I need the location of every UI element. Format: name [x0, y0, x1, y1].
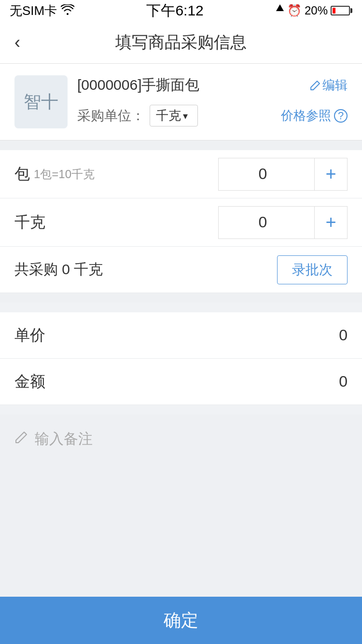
separator-1 — [0, 140, 362, 150]
bao-label: 包 — [14, 164, 30, 185]
total-label: 共采购 0 千克 — [14, 260, 103, 280]
product-unit-row: 采购单位： 千克 ▾ 价格参照 ? — [77, 105, 348, 126]
pencil-icon — [14, 431, 28, 448]
confirm-button[interactable]: 确定 — [0, 597, 362, 644]
separator-2 — [0, 293, 362, 303]
product-image: 智十 — [14, 75, 68, 128]
product-name: [0000006]手撕面包 — [77, 75, 199, 95]
status-left: 无SIM卡 — [10, 2, 74, 19]
nav-bar: ‹ 填写商品采购信息 — [0, 21, 362, 64]
kg-label: 千克 — [14, 212, 45, 233]
wifi-icon — [61, 3, 74, 18]
status-time: 下午6:12 — [146, 1, 203, 21]
product-info: [0000006]手撕面包 编辑 采购单位： 千克 ▾ 价格参照 ? — [77, 75, 348, 126]
unit-select[interactable]: 千克 ▾ — [150, 105, 198, 126]
status-bar: 无SIM卡 下午6:12 ⏰ 20% — [0, 0, 362, 21]
confirm-label: 确定 — [164, 609, 198, 632]
back-button[interactable]: ‹ — [10, 28, 25, 57]
input-section: 包 1包=10千克 + 千克 + — [0, 150, 362, 247]
bao-input-box: + — [218, 158, 348, 191]
unit-price-label: 单价 — [14, 325, 45, 346]
batch-button[interactable]: 录批次 — [277, 255, 348, 284]
chevron-down-icon: ▾ — [183, 110, 188, 122]
alarm-icon: ⏰ — [287, 4, 302, 17]
page-title: 填写商品采购信息 — [115, 31, 247, 54]
remark-section[interactable]: 输入备注 — [0, 415, 362, 463]
edit-button[interactable]: 编辑 — [310, 77, 348, 94]
bao-input[interactable] — [218, 158, 315, 191]
remark-placeholder: 输入备注 — [35, 429, 93, 449]
detail-section: 单价 0 金额 0 — [0, 312, 362, 405]
amount-label: 金额 — [14, 371, 45, 392]
kg-input-box: + — [218, 206, 348, 239]
unit-price-value: 0 — [339, 326, 348, 344]
product-card: 智十 [0000006]手撕面包 编辑 采购单位： 千克 ▾ 价格参照 ? — [0, 64, 362, 140]
amount-row: 金额 0 — [0, 359, 362, 405]
kg-row: 千克 + — [0, 198, 362, 247]
amount-value: 0 — [339, 373, 348, 391]
unit-label: 采购单位： — [77, 107, 145, 125]
total-row: 共采购 0 千克 录批次 — [0, 247, 362, 293]
kg-input[interactable] — [218, 206, 315, 239]
status-right: ⏰ 20% — [276, 4, 352, 17]
bao-sublabel: 1包=10千克 — [34, 167, 218, 182]
bao-plus-button[interactable]: + — [315, 158, 348, 191]
help-icon: ? — [334, 109, 348, 123]
product-header: [0000006]手撕面包 编辑 — [77, 75, 348, 95]
battery-pct: 20% — [305, 4, 328, 17]
price-ref-button[interactable]: 价格参照 ? — [281, 107, 348, 124]
location-icon — [276, 4, 284, 17]
unit-price-row: 单价 0 — [0, 312, 362, 359]
bao-row: 包 1包=10千克 + — [0, 150, 362, 198]
battery-icon — [331, 6, 352, 15]
product-logo: 智十 — [24, 90, 58, 114]
kg-plus-button[interactable]: + — [315, 206, 348, 239]
carrier-label: 无SIM卡 — [10, 2, 57, 19]
